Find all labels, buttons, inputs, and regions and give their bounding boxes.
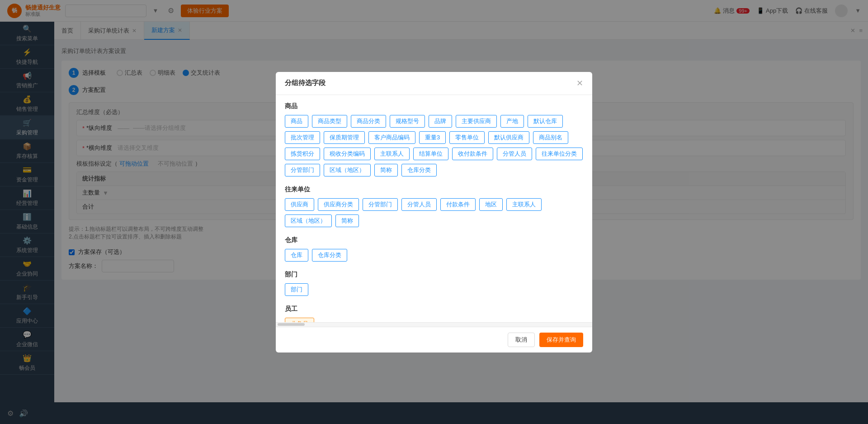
warehouse-section-title: 仓库 — [285, 236, 583, 244]
field-section-staff: 员工 业务员 — [285, 305, 583, 322]
partner-section-title: 往来单位 — [285, 186, 583, 194]
field-tag-goods-11[interactable]: 重量3 — [419, 131, 446, 144]
goods-fields: 商品 商品类型 商品分类 规格型号 品牌 主要供应商 产地 默认仓库 批次管理 … — [285, 115, 583, 176]
field-tag-goods-2[interactable]: 商品分类 — [351, 115, 386, 128]
field-tag-goods-7[interactable]: 默认仓库 — [528, 115, 563, 128]
field-section-dept: 部门 部门 — [285, 271, 583, 296]
field-tag-goods-3[interactable]: 规格型号 — [390, 115, 425, 128]
dept-section-title: 部门 — [285, 271, 583, 279]
staff-fields: 业务员 — [285, 318, 583, 322]
field-tag-goods-10[interactable]: 客户商品编码 — [368, 131, 415, 144]
field-tag-goods-8[interactable]: 批次管理 — [285, 131, 320, 144]
modal-save-button[interactable]: 保存并查询 — [539, 333, 583, 347]
field-tag-partner-0[interactable]: 供应商 — [285, 198, 314, 211]
dept-fields: 部门 — [285, 283, 583, 296]
field-tag-goods-21[interactable]: 往来单位分类 — [536, 148, 583, 160]
field-tag-partner-1[interactable]: 供应商分类 — [318, 198, 359, 211]
modal-cancel-button[interactable]: 取消 — [508, 333, 535, 347]
field-tag-goods-0[interactable]: 商品 — [285, 115, 308, 128]
partner-fields: 供应商 供应商分类 分管部门 分管人员 付款条件 地区 主联系人 区域（地区） … — [285, 198, 583, 227]
field-tag-partner-4[interactable]: 付款条件 — [440, 198, 476, 211]
field-tag-goods-14[interactable]: 商品别名 — [533, 131, 568, 144]
field-tag-goods-20[interactable]: 分管人员 — [497, 148, 532, 160]
hscroll-thumb[interactable] — [278, 323, 305, 326]
field-tag-partner-5[interactable]: 地区 — [479, 198, 503, 211]
modal-title: 分组待选字段 — [285, 79, 326, 87]
field-tag-goods-13[interactable]: 默认供应商 — [488, 131, 529, 144]
field-tag-goods-12[interactable]: 零售单位 — [449, 131, 485, 144]
field-tag-goods-22[interactable]: 分管部门 — [285, 164, 320, 176]
modal-header: 分组待选字段 ✕ — [276, 72, 592, 95]
field-tag-goods-9[interactable]: 保质期管理 — [324, 131, 365, 144]
field-tag-goods-6[interactable]: 产地 — [500, 115, 524, 128]
field-tag-warehouse-0[interactable]: 仓库 — [285, 249, 308, 262]
field-tag-goods-4[interactable]: 品牌 — [429, 115, 452, 128]
field-tag-partner-7[interactable]: 区域（地区） — [285, 214, 332, 227]
field-tag-goods-24[interactable]: 简称 — [374, 164, 398, 176]
field-tag-goods-19[interactable]: 收付款条件 — [452, 148, 493, 160]
field-tag-partner-8[interactable]: 简称 — [335, 214, 359, 227]
field-tag-goods-25[interactable]: 仓库分类 — [401, 164, 437, 176]
modal-footer: 取消 保存并查询 — [276, 327, 592, 353]
field-tag-warehouse-1[interactable]: 仓库分类 — [312, 249, 347, 262]
field-tag-partner-6[interactable]: 主联系人 — [506, 198, 542, 211]
field-section-warehouse: 仓库 仓库 仓库分类 — [285, 236, 583, 262]
field-tag-goods-15[interactable]: 拣货积分 — [285, 148, 320, 160]
field-section-goods: 商品 商品 商品类型 商品分类 规格型号 品牌 主要供应商 产地 默认仓库 批次… — [285, 102, 583, 176]
field-tag-goods-1[interactable]: 商品类型 — [312, 115, 347, 128]
field-tag-staff-0[interactable]: 业务员 — [285, 318, 314, 322]
field-section-partner: 往来单位 供应商 供应商分类 分管部门 分管人员 付款条件 地区 主联系人 区域… — [285, 186, 583, 227]
field-tag-partner-2[interactable]: 分管部门 — [363, 198, 398, 211]
field-tag-goods-18[interactable]: 结算单位 — [413, 148, 448, 160]
warehouse-fields: 仓库 仓库分类 — [285, 249, 583, 262]
field-tag-goods-16[interactable]: 税收分类编码 — [324, 148, 371, 160]
modal-hscroll — [276, 322, 592, 327]
goods-section-title: 商品 — [285, 102, 583, 110]
field-tag-goods-23[interactable]: 区域（地区） — [324, 164, 371, 176]
field-tag-goods-17[interactable]: 主联系人 — [374, 148, 410, 160]
field-tag-dept-0[interactable]: 部门 — [285, 283, 308, 296]
modal-body[interactable]: 商品 商品 商品类型 商品分类 规格型号 品牌 主要供应商 产地 默认仓库 批次… — [276, 95, 592, 322]
modal-dialog: 分组待选字段 ✕ 商品 商品 商品类型 商品分类 规格型号 品牌 主要供应商 产… — [276, 72, 592, 353]
modal-close-button[interactable]: ✕ — [576, 78, 583, 88]
field-tag-partner-3[interactable]: 分管人员 — [401, 198, 437, 211]
modal-overlay: 分组待选字段 ✕ 商品 商品 商品类型 商品分类 规格型号 品牌 主要供应商 产… — [0, 0, 868, 424]
field-tag-goods-5[interactable]: 主要供应商 — [456, 115, 497, 128]
staff-section-title: 员工 — [285, 305, 583, 313]
